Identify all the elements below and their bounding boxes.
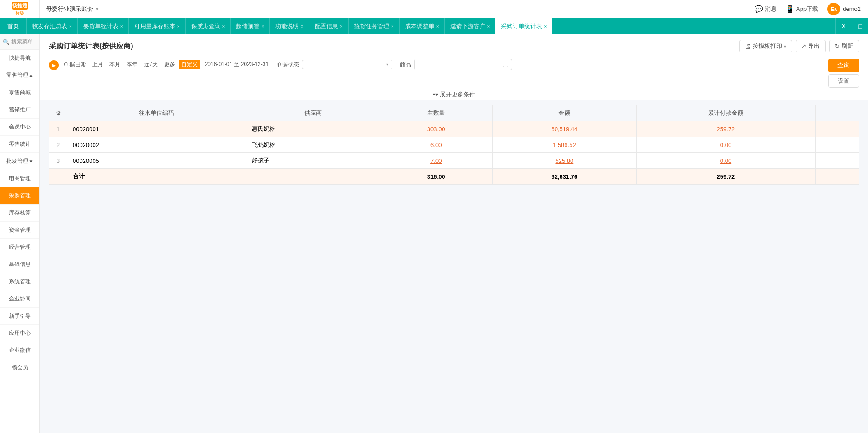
shortcut-this-year[interactable]: 本年 [124,60,140,69]
tab-yaohuo[interactable]: 要货单统计表 × [78,18,129,34]
tab-kuyongliang[interactable]: 可用量库存账本 × [129,18,186,34]
row-amount-cell[interactable]: 60,519.44 [492,121,636,137]
sidebar-item-new-guide[interactable]: 新手引导 [0,308,39,325]
tab-close-7[interactable]: × [340,24,343,29]
goods-input[interactable] [415,59,498,70]
date-filter-group: 单据日期 上月 本月 本年 近7天 更多 自定义 2016-01-01 至 20… [63,60,269,69]
corp-wechat-label: 企业微信 [9,347,31,353]
row-paid-cell[interactable]: 0.00 [637,137,816,153]
tab-peizhi[interactable]: 配置信息 × [309,18,349,34]
goods-more-icon[interactable]: … [498,61,512,68]
workspace-selector[interactable]: 母婴行业演示账套 ▾ [40,0,105,18]
sidebar-item-corp-collab[interactable]: 企业协同 [0,290,39,308]
shortcut-more[interactable]: 更多 [161,60,178,69]
shortcut-last-month[interactable]: 上月 [90,60,106,69]
row-paid-cell[interactable]: 259.72 [637,121,816,137]
sidebar-item-retail-stat[interactable]: 零售统计 [0,136,39,153]
status-select[interactable]: ▾ [302,60,392,69]
row-empty-cell [815,137,859,153]
tab-close-9[interactable]: × [436,24,439,29]
tab-close-4[interactable]: × [222,24,225,29]
row-paid-cell[interactable]: 0.00 [637,153,816,169]
message-btn[interactable]: 💬 消息 [755,5,777,13]
export-btn[interactable]: ↗ 导出 [796,40,826,52]
wholesale-mgmt-label: 批发管理 [6,157,28,165]
tab-baozhi[interactable]: 保质期查询 × [186,18,231,34]
sidebar-item-inventory[interactable]: 库存核算 [0,205,39,222]
sidebar-item-app-center[interactable]: 应用中心 [0,325,39,342]
expand-more-btn[interactable]: ▾▾ 展开更多条件 [433,90,475,99]
tab-chaochuyujing[interactable]: 超储预警 × [231,18,270,34]
tab-gongneng[interactable]: 功能说明 × [270,18,309,34]
tab-jianhuo[interactable]: 拣货任务管理 × [349,18,400,34]
sidebar-item-retail-mgmt[interactable]: 零售管理 ▲ [0,67,39,84]
row-qty-cell[interactable]: 6.00 [380,137,492,153]
footer-empty2 [246,169,380,185]
settings-btn[interactable]: 设置 [828,74,859,88]
sidebar-item-ops-mgmt[interactable]: 经营管理 [0,239,39,256]
sidebar-search[interactable]: 🔍 搜索菜单 [0,34,39,50]
user-area[interactable]: Ea demo2 [827,3,861,15]
filter-toggle-btn[interactable]: ▶ [49,60,59,70]
tab-home[interactable]: 首页 [0,18,27,34]
tab-close-2[interactable]: × [120,24,123,29]
logo-sub: 标版 [15,10,24,16]
row-supplier-cell: 飞鹤奶粉 [246,137,380,153]
footer-paid: 259.72 [637,169,816,185]
sidebar-item-basic-info[interactable]: 基础信息 [0,256,39,273]
ops-mgmt-label: 经营管理 [9,244,31,250]
row-qty-cell[interactable]: 303.00 [380,121,492,137]
table-row: 2 00020002 飞鹤奶粉 6.00 1,586.52 0.00 [49,137,859,153]
goods-filter-label: 商品 [400,61,411,69]
table-row: 1 00020001 惠氏奶粉 303.00 60,519.44 259.72 [49,121,859,137]
tab-close-3[interactable]: × [177,24,180,29]
tab-yaoqing[interactable]: 邀请下游客户 × [445,18,496,34]
nav-restore-btn[interactable]: □ [852,18,868,34]
sidebar-item-marketing[interactable]: 营销推广 [0,101,39,119]
row-qty-cell[interactable]: 7.00 [380,153,492,169]
tab-close-6[interactable]: × [301,24,303,29]
sidebar-search-label: 搜索菜单 [11,38,33,46]
sidebar-item-corp-wechat[interactable]: 企业微信 [0,342,39,359]
tab-close-11[interactable]: × [544,24,547,29]
export-icon: ↗ [802,43,806,49]
user-name: demo2 [843,5,861,12]
sidebar-item-sys-mgmt[interactable]: 系统管理 [0,273,39,290]
sidebar-item-ecom-mgmt[interactable]: 电商管理 [0,170,39,187]
ecom-mgmt-label: 电商管理 [9,175,31,181]
tab-chengben[interactable]: 成本调整单 × [400,18,445,34]
app-download-btn[interactable]: 📱 App下载 [786,5,818,13]
shortcut-7days[interactable]: 近7天 [141,60,160,69]
tab-caigou-active[interactable]: 采购订单统计表 × [495,18,552,34]
print-icon: 🖨 [745,43,751,50]
query-btn[interactable]: 查询 [828,59,859,72]
nav-close-all-btn[interactable]: × [835,18,852,34]
print-btn[interactable]: 🖨 按模板打印 ▾ [739,40,792,52]
tab-close-5[interactable]: × [261,24,264,29]
th-gear[interactable]: ⚙ [49,105,67,121]
row-amount-cell[interactable]: 525.80 [492,153,636,169]
shortcut-this-month[interactable]: 本月 [107,60,123,69]
workspace-label: 母婴行业演示账套 [46,5,93,13]
tab-shoufacun[interactable]: 收发存汇总表 × [27,18,78,34]
sidebar-item-vip[interactable]: 畅会员 [0,359,39,376]
row-amount-cell[interactable]: 1,586.52 [492,137,636,153]
gear-icon: ⚙ [56,110,61,117]
tab-close-8[interactable]: × [391,24,394,29]
status-filter-group: 单据状态 ▾ [276,60,392,69]
tab-close-10[interactable]: × [487,24,490,29]
sidebar-item-retail-store[interactable]: 零售商城 [0,84,39,101]
print-chevron: ▾ [784,44,786,49]
marketing-label: 营销推广 [9,106,31,113]
custom-date-tag[interactable]: 自定义 [179,60,200,69]
refresh-btn[interactable]: ↻ 刷新 [829,40,859,52]
date-filter-label: 单据日期 [63,61,87,69]
sidebar-item-purchase-mgmt[interactable]: 采购管理 [0,187,39,205]
wholesale-mgmt-arrow: ▼ [29,159,33,164]
sidebar-item-quick-nav[interactable]: 快捷导航 [0,50,39,67]
tab-close-1[interactable]: × [69,24,72,29]
sidebar-item-finance[interactable]: 资金管理 [0,222,39,239]
sidebar-item-member[interactable]: 会员中心 [0,119,39,136]
sidebar-item-wholesale-mgmt[interactable]: 批发管理 ▼ [0,153,39,170]
tab-home-label: 首页 [7,22,19,30]
